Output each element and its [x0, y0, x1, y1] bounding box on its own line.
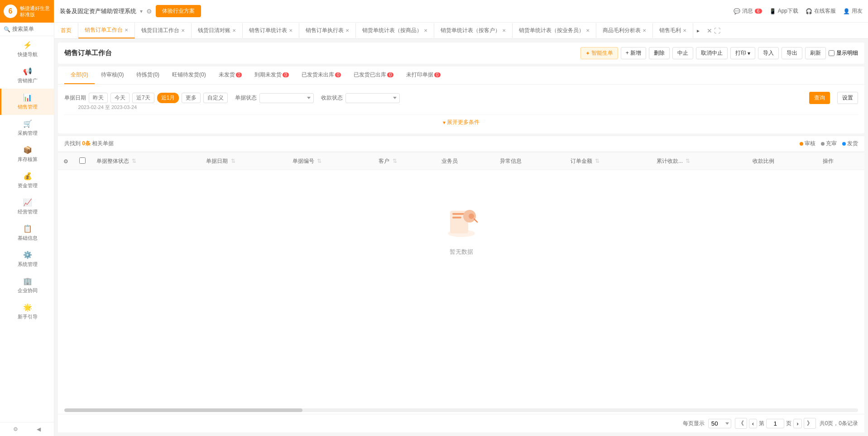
tab-sales-summary-staff[interactable]: 销货单统计表（按业务员） ✕ — [513, 23, 596, 38]
solution-button[interactable]: 体验行业方案 — [156, 5, 201, 17]
tab-close-sales-workbench[interactable]: ✕ — [125, 28, 128, 33]
sidebar-item-guide[interactable]: 🌟 新手引导 — [0, 299, 54, 325]
tab-sales-workbench[interactable]: 销售订单工作台 ✕ — [78, 23, 135, 38]
page-size-select[interactable]: 50 100 — [708, 419, 731, 428]
tab-home[interactable]: 首页 — [54, 23, 78, 38]
tab-cash-reconcile[interactable]: 钱货日清对账 ✕ — [192, 23, 243, 38]
subtab-wangpu-pending[interactable]: 旺铺待发货(0) — [166, 66, 212, 84]
th-checkbox[interactable] — [74, 153, 91, 170]
filter-more[interactable]: 更多 — [182, 93, 201, 103]
subtab-not-shipped[interactable]: 未发货0 — [212, 66, 249, 84]
sidebar-item-quick-nav[interactable]: ⚡ 快捷导航 — [0, 36, 54, 62]
dropdown-arrow[interactable]: ▾ — [140, 8, 143, 14]
th-number[interactable]: 单据编号 ⇅ — [287, 153, 374, 170]
message-action[interactable]: 💬 消息 6 — [734, 7, 762, 15]
tab-close-cash-reconcile[interactable]: ✕ — [232, 28, 236, 33]
sidebar-item-marketing[interactable]: 📢 营销推广 — [0, 62, 54, 89]
unreviewed-action[interactable]: 充审 — [821, 140, 837, 147]
tab-close-sales-profit[interactable]: ✕ — [683, 28, 686, 33]
subtab-not-printed[interactable]: 未打印单据0 — [400, 66, 447, 84]
delete-button[interactable]: 删除 — [649, 47, 670, 59]
tab-sales-summary-product[interactable]: 销货单统计表（按商品） ✕ — [356, 23, 434, 38]
tab-maximize[interactable]: ⛶ — [714, 27, 720, 34]
th-staff[interactable]: 业务员 — [436, 153, 494, 170]
tab-close-sales-summary-product[interactable]: ✕ — [424, 28, 427, 33]
th-collected[interactable]: 累计收款... ⇅ — [651, 153, 747, 170]
filter-custom[interactable]: 自定义 — [203, 93, 228, 103]
show-details-checkbox-label[interactable]: 显示明细 — [829, 49, 858, 57]
subtab-shipped-out[interactable]: 已发货已出库0 — [347, 66, 400, 84]
tab-close-sales-stats[interactable]: ✕ — [289, 28, 293, 33]
select-all-checkbox[interactable] — [79, 157, 86, 164]
settings-bottom-icon[interactable]: ⚙ — [13, 426, 18, 432]
app-download-action[interactable]: 📱 App下载 — [769, 7, 798, 15]
expand-filter-button[interactable]: ▾ 展开更多条件 — [443, 118, 480, 126]
online-service-action[interactable]: 🎧 在线客服 — [806, 7, 836, 15]
prev-page-btn[interactable]: ‹ — [749, 419, 757, 428]
tab-sales-profit[interactable]: 销售毛利 ✕ — [653, 23, 693, 38]
export-button[interactable]: 导出 — [782, 47, 802, 59]
tab-close-gross-margin[interactable]: ✕ — [643, 28, 646, 33]
bottom-scrollbar[interactable] — [64, 408, 858, 412]
filter-status: 单据状态 — [235, 93, 314, 103]
th-date[interactable]: 单据日期 ⇅ — [201, 153, 287, 170]
sidebar-item-operations[interactable]: 📈 经营管理 — [0, 194, 54, 220]
payment-select[interactable] — [345, 93, 400, 103]
collapse-icon[interactable]: ◀ — [37, 426, 41, 432]
filter-today[interactable]: 今天 — [110, 93, 129, 103]
th-abnormal[interactable]: 异常信息 — [494, 153, 565, 170]
sidebar-item-enterprise[interactable]: 🏢 企业协同 — [0, 272, 54, 299]
import-button[interactable]: 导入 — [758, 47, 779, 59]
next-page-btn[interactable]: › — [793, 419, 801, 428]
th-settings[interactable]: ⚙ — [58, 153, 74, 170]
cancel-stop-button[interactable]: 取消中止 — [696, 47, 728, 59]
smart-gen-button[interactable]: ✦ 智能生单 — [580, 47, 618, 59]
sidebar-item-system[interactable]: ⚙️ 系统管理 — [0, 246, 54, 272]
sidebar-item-finance[interactable]: 💰 资金管理 — [0, 167, 54, 194]
add-button[interactable]: + 新增 — [621, 47, 646, 59]
sidebar-item-sales[interactable]: 📊 销售管理 — [0, 89, 54, 115]
show-details-checkbox[interactable] — [829, 50, 834, 56]
tab-sales-execution[interactable]: 销售订单执行表 ✕ — [299, 23, 356, 38]
settings-button[interactable]: 设置 — [837, 92, 858, 104]
query-button[interactable]: 查询 — [809, 92, 830, 104]
tab-sales-stats[interactable]: 销售订单统计表 ✕ — [243, 23, 299, 38]
tabs-more-button[interactable]: ▸ — [693, 28, 703, 34]
tab-close-sales-summary-staff[interactable]: ✕ — [586, 28, 590, 33]
subtab-all[interactable]: 全部(0) — [64, 66, 95, 84]
search-menu[interactable]: 🔍 搜索菜单 — [0, 23, 54, 36]
filter-7days[interactable]: 近7天 — [132, 93, 154, 103]
tab-close-all[interactable]: ✕ — [707, 27, 712, 34]
sidebar-item-inventory[interactable]: 📦 库存核算 — [0, 141, 54, 167]
tab-gross-margin[interactable]: 商品毛利分析表 ✕ — [596, 23, 653, 38]
th-customer[interactable]: 客户 ⇅ — [373, 153, 436, 170]
tab-sales-summary-customer[interactable]: 销货单统计表（按客户） ✕ — [434, 23, 513, 38]
tab-close-sales-execution[interactable]: ✕ — [345, 28, 349, 33]
th-amount[interactable]: 订单金额 ⇅ — [565, 153, 652, 170]
last-page-btn[interactable]: 》 — [804, 418, 816, 429]
status-select[interactable] — [259, 93, 314, 103]
filter-yesterday[interactable]: 昨天 — [89, 93, 108, 103]
user-action[interactable]: 👤 用友 — [843, 7, 863, 15]
first-page-btn[interactable]: 《 — [735, 418, 747, 429]
tab-close-cash-daily[interactable]: ✕ — [181, 28, 185, 33]
tab-close-sales-summary-customer[interactable]: ✕ — [502, 28, 506, 33]
ship-action[interactable]: 发货 — [842, 140, 858, 147]
filter-1month[interactable]: 近1月 — [157, 93, 179, 103]
print-button[interactable]: 打印 ▾ — [730, 47, 755, 59]
subtab-pending-review[interactable]: 待审核(0) — [95, 66, 130, 84]
th-state[interactable]: 单据整体状态 ⇅ — [91, 153, 201, 170]
stop-button[interactable]: 中止 — [672, 47, 693, 59]
data-table: ⚙ 单据整体状态 ⇅ 单据日期 ⇅ 单据编号 — [58, 153, 864, 170]
tab-cash-daily[interactable]: 钱货日清工作台 ✕ — [135, 23, 192, 38]
subtab-shipped-not-out[interactable]: 已发货未出库0 — [295, 66, 348, 84]
refresh-button[interactable]: 刷新 — [805, 47, 826, 59]
review-action[interactable]: 审核 — [800, 140, 815, 147]
sidebar-item-purchase[interactable]: 🛒 采购管理 — [0, 115, 54, 141]
subtab-pending-pickup[interactable]: 待拣货(0) — [130, 66, 166, 84]
page-input[interactable] — [766, 419, 784, 428]
subtab-overdue-not-shipped[interactable]: 到期未发货0 — [248, 66, 295, 84]
sidebar-item-basic-info[interactable]: 📋 基础信息 — [0, 220, 54, 246]
settings-icon[interactable]: ⚙ — [146, 8, 152, 15]
th-ratio[interactable]: 收款比例 — [747, 153, 817, 170]
